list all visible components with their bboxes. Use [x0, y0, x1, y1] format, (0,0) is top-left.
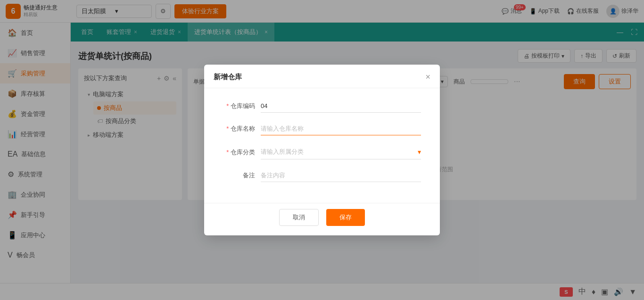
form-item-category: 仓库分类 请输入所属分类 ▾	[223, 145, 421, 159]
dialog-body: 仓库编码 仓库名称 仓库分类 请输入所属分类 ▾ 备注	[204, 88, 440, 203]
category-arrow-icon: ▾	[418, 148, 421, 156]
code-label: 仓库编码	[223, 102, 261, 110]
form-item-code: 仓库编码	[223, 100, 421, 113]
code-input[interactable]	[261, 100, 421, 113]
dialog-close-button[interactable]: ×	[425, 72, 430, 82]
modal-overlay: 新增仓库 × 仓库编码 仓库名称 仓库分类 请输入所属分类 ▾	[0, 0, 644, 300]
name-label: 仓库名称	[223, 125, 261, 133]
form-item-remark: 备注	[223, 169, 421, 182]
dialog-header: 新增仓库 ×	[204, 65, 440, 88]
category-select[interactable]: 请输入所属分类 ▾	[261, 145, 421, 159]
category-placeholder: 请输入所属分类	[261, 148, 304, 156]
name-input[interactable]	[261, 122, 421, 135]
remark-label: 备注	[223, 171, 261, 180]
dialog-footer: 取消 保存	[204, 203, 440, 235]
category-label: 仓库分类	[223, 148, 261, 157]
save-button[interactable]: 保存	[326, 209, 365, 226]
form-item-name: 仓库名称	[223, 122, 421, 135]
new-warehouse-dialog: 新增仓库 × 仓库编码 仓库名称 仓库分类 请输入所属分类 ▾	[204, 65, 440, 235]
dialog-title: 新增仓库	[214, 73, 242, 82]
remark-input[interactable]	[261, 169, 421, 182]
cancel-button[interactable]: 取消	[279, 209, 319, 226]
